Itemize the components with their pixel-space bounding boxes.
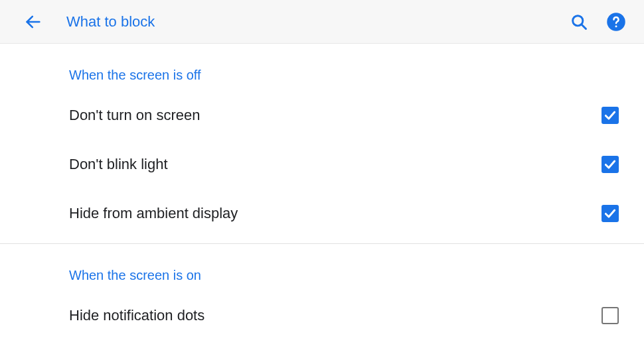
arrow-back-icon <box>24 13 42 31</box>
section-header-screen-on: When the screen is on <box>0 244 644 291</box>
back-button[interactable] <box>19 7 48 36</box>
search-icon <box>570 13 588 31</box>
checkbox-checked[interactable] <box>602 205 619 222</box>
app-header: What to block <box>0 0 644 44</box>
help-icon <box>606 12 626 32</box>
svg-line-2 <box>582 24 586 29</box>
setting-hide-ambient-display[interactable]: Hide from ambient display <box>0 189 644 238</box>
svg-point-4 <box>615 25 617 27</box>
setting-label: Don't turn on screen <box>69 107 602 124</box>
header-actions <box>564 7 631 36</box>
setting-label: Don't blink light <box>69 156 602 173</box>
setting-label: Hide from ambient display <box>69 205 602 222</box>
check-icon <box>604 109 617 122</box>
checkbox-unchecked[interactable] <box>602 307 619 324</box>
setting-label: Hide notification dots <box>69 307 602 324</box>
settings-content: When the screen is off Don't turn on scr… <box>0 44 644 340</box>
section-header-screen-off: When the screen is off <box>0 44 644 91</box>
setting-dont-blink-light[interactable]: Don't blink light <box>0 140 644 189</box>
setting-dont-turn-on-screen[interactable]: Don't turn on screen <box>0 91 644 140</box>
check-icon <box>604 158 617 171</box>
help-button[interactable] <box>602 7 631 36</box>
page-title: What to block <box>66 13 564 30</box>
search-button[interactable] <box>564 7 594 36</box>
checkbox-checked[interactable] <box>602 156 619 173</box>
checkbox-checked[interactable] <box>602 107 619 124</box>
check-icon <box>604 207 617 220</box>
setting-hide-notification-dots[interactable]: Hide notification dots <box>0 291 644 340</box>
